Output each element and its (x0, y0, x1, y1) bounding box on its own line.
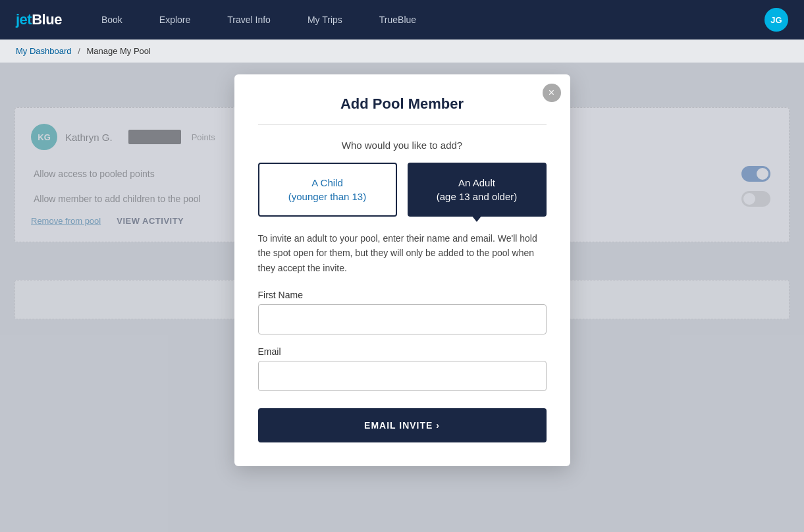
adult-btn-line2: (age 13 and older) (417, 190, 537, 203)
breadcrumb-home[interactable]: My Dashboard (16, 46, 72, 56)
modal-title: Add Pool Member (258, 95, 547, 113)
modal-close-button[interactable]: × (543, 84, 561, 102)
child-type-button[interactable]: A Child (younger than 13) (258, 163, 397, 217)
child-btn-line2: (younger than 13) (267, 190, 388, 203)
nav-trueblue[interactable]: TrueBlue (371, 14, 424, 25)
nav-book[interactable]: Book (94, 14, 130, 25)
avatar[interactable]: JG (764, 8, 788, 32)
member-type-selector: A Child (younger than 13) An Adult (age … (258, 163, 547, 217)
email-label: Email (258, 346, 547, 357)
adult-btn-line1: An Adult (417, 176, 537, 190)
nav-my-trips[interactable]: My Trips (300, 14, 350, 25)
modal-overlay: × Add Pool Member Who would you like to … (0, 63, 804, 532)
child-btn-line1: A Child (267, 176, 388, 190)
add-pool-member-modal: × Add Pool Member Who would you like to … (234, 74, 570, 466)
nav-travel-info[interactable]: Travel Info (219, 14, 279, 25)
modal-divider (258, 124, 547, 125)
breadcrumb: My Dashboard / Manage My Pool (0, 40, 804, 63)
first-name-label: First Name (258, 290, 547, 300)
nav-explore[interactable]: Explore (151, 14, 198, 25)
email-invite-button[interactable]: EMAIL INVITE › (258, 408, 547, 442)
adult-type-button[interactable]: An Adult (age 13 and older) (408, 163, 547, 217)
breadcrumb-current: Manage My Pool (86, 46, 151, 56)
modal-question: Who would you like to add? (258, 140, 547, 151)
first-name-input[interactable] (258, 304, 547, 334)
email-input[interactable] (258, 361, 547, 391)
page-background: KG Kathryn G. Points Allow access to poo… (0, 63, 804, 532)
navbar: jetBlue Book Explore Travel Info My Trip… (0, 0, 804, 40)
modal-description: To invite an adult to your pool, enter t… (258, 231, 547, 275)
logo: jetBlue (16, 11, 62, 28)
breadcrumb-separator: / (78, 46, 80, 56)
